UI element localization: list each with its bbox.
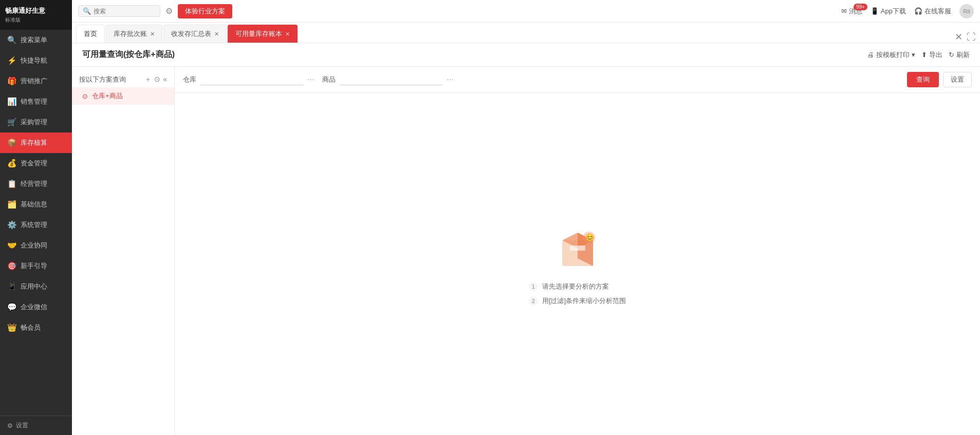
sidebar-item-wechat[interactable]: 💬 企业微信 — [0, 297, 72, 317]
tabs-bar: 首页库存批次账✕收发存汇总表✕可用量库存账本✕ ✕ ⛶ — [72, 23, 980, 43]
setting-btn[interactable]: 设置 — [943, 72, 972, 87]
page-actions: 🖨 按模板打印 ▾ ⬆ 导出 ↻ 刷新 — [867, 50, 970, 60]
refresh-btn[interactable]: ↻ 刷新 — [949, 50, 970, 60]
brand-version: 标准版 — [5, 16, 21, 24]
sidebar-item-inventory[interactable]: 📦 库存核算 — [0, 133, 72, 153]
search-input[interactable] — [94, 8, 145, 15]
left-panel-actions: ＋ ⊙ « — [144, 75, 167, 84]
add-scheme-btn[interactable]: ＋ — [144, 75, 152, 84]
sidebar-item-newbie[interactable]: 🎯 新手引导 — [0, 256, 72, 276]
tip-text-2: 用[过滤]条件来缩小分析范围 — [542, 296, 626, 306]
scheme-label: 仓库+商品 — [92, 91, 123, 101]
message-btn[interactable]: ✉ 消息 99+ — [841, 7, 862, 16]
warehouse-more-btn[interactable]: ··· — [307, 75, 314, 84]
tab-close-summary[interactable]: ✕ — [214, 31, 219, 37]
sidebar-label-inventory: 库存核算 — [21, 138, 47, 147]
export-icon: ⬆ — [921, 51, 927, 59]
scheme-settings-btn[interactable]: ⊙ — [154, 75, 160, 84]
topbar: 🔍 ⚙ 体验行业方案 ✉ 消息 99+ 📱 App下载 🎧 在线客服 Rit — [72, 0, 980, 23]
search-icon: 🔍 — [7, 35, 16, 45]
collapse-panel-btn[interactable]: « — [163, 75, 167, 84]
tip-num-1: 1 — [529, 282, 538, 291]
product-input[interactable] — [340, 74, 442, 85]
sidebar-item-member[interactable]: 👑 畅会员 — [0, 317, 72, 338]
settings-icon: ⚙ — [7, 422, 13, 429]
tip-text-1: 请先选择要分析的方案 — [542, 282, 609, 291]
wechat-icon: 💬 — [7, 302, 16, 312]
sidebar-scroll: 🔍 搜索菜单 ⚡ 快捷导航 🎁 营销推广 📊 销售管理 🛒 采购管理 📦 库存核… — [0, 30, 72, 415]
sidebar-item-enterprise[interactable]: 🤝 企业协同 — [0, 235, 72, 256]
tab-label-summary: 收发存汇总表 — [171, 29, 211, 39]
left-panel: 按以下方案查询 ＋ ⊙ « ⊙ 仓库+商品 — [72, 67, 175, 435]
query-btn[interactable]: 查询 — [907, 72, 939, 87]
sidebar-label-enterprise: 企业协同 — [21, 241, 47, 250]
service-label: 在线客服 — [924, 7, 951, 16]
empty-illustration: 😊 — [552, 222, 603, 274]
print-label: 按模板打印 — [876, 50, 910, 60]
sidebar-item-finance[interactable]: 💰 资金管理 — [0, 153, 72, 174]
brand-name: 畅康通好生意 — [5, 6, 45, 15]
filter-actions: 查询 设置 — [907, 72, 972, 87]
content-area: 按以下方案查询 ＋ ⊙ « ⊙ 仓库+商品 仓库 ··· — [72, 67, 980, 435]
tab-label-available: 可用量库存账本 — [235, 29, 282, 39]
refresh-label: 刷新 — [956, 50, 970, 60]
sidebar-item-search[interactable]: 🔍 搜索菜单 — [0, 30, 72, 50]
tab-label-batch: 库存批次账 — [114, 29, 147, 39]
empty-tips: 1 请先选择要分析的方案 2 用[过滤]条件来缩小分析范围 — [529, 282, 626, 306]
sidebar-item-sales[interactable]: 📊 销售管理 — [0, 91, 72, 112]
app-label: App下载 — [881, 7, 906, 16]
apps-icon: 📱 — [7, 282, 16, 291]
tab-batch[interactable]: 库存批次账✕ — [106, 25, 162, 43]
left-panel-title: 按以下方案查询 — [79, 75, 140, 84]
industry-btn[interactable]: 体验行业方案 — [178, 4, 232, 18]
operations-icon: 📋 — [7, 179, 16, 188]
sidebar-item-marketing[interactable]: 🎁 营销推广 — [0, 71, 72, 91]
tab-home[interactable]: 首页 — [76, 25, 105, 43]
product-label: 商品 — [322, 75, 336, 84]
sidebar-label-operations: 经营管理 — [21, 179, 47, 188]
search-icon: 🔍 — [83, 7, 91, 15]
sidebar-item-apps[interactable]: 📱 应用中心 — [0, 276, 72, 297]
print-btn[interactable]: 🖨 按模板打印 ▾ — [867, 50, 915, 60]
tab-summary[interactable]: 收发存汇总表✕ — [163, 25, 227, 43]
warehouse-label: 仓库 — [183, 75, 196, 84]
gear-icon[interactable]: ⚙ — [165, 6, 173, 16]
tab-label-home: 首页 — [84, 29, 97, 39]
basic-icon: 🗂️ — [7, 200, 16, 209]
user-avatar[interactable]: Rit — [959, 4, 974, 18]
sidebar-label-apps: 应用中心 — [21, 282, 47, 291]
svg-text:😊: 😊 — [585, 233, 595, 242]
sales-icon: 📊 — [7, 97, 16, 106]
member-icon: 👑 — [7, 323, 16, 332]
left-panel-items: ⊙ 仓库+商品 — [72, 87, 174, 105]
sidebar-label-member: 畅会员 — [21, 323, 41, 332]
sidebar-bottom: ⚙ 设置 — [0, 415, 72, 435]
sidebar-item-purchase[interactable]: 🛒 采购管理 — [0, 112, 72, 133]
sidebar-item-shortcut[interactable]: ⚡ 快捷导航 — [0, 50, 72, 71]
sidebar-item-operations[interactable]: 📋 经营管理 — [0, 174, 72, 194]
tab-available[interactable]: 可用量库存账本✕ — [228, 25, 298, 43]
sidebar-item-basic[interactable]: 🗂️ 基础信息 — [0, 194, 72, 215]
product-field: 商品 ··· — [322, 74, 453, 85]
tabs-right: ✕ ⛶ — [955, 31, 980, 43]
empty-state: 😊 1 请先选择要分析的方案 2 用[过滤]条件来缩小分析范围 — [175, 93, 980, 435]
main-area: 🔍 ⚙ 体验行业方案 ✉ 消息 99+ 📱 App下载 🎧 在线客服 Rit — [72, 0, 980, 435]
system-icon: ⚙️ — [7, 220, 16, 230]
product-more-btn[interactable]: ··· — [447, 75, 453, 84]
online-service-btn[interactable]: 🎧 在线客服 — [914, 7, 951, 16]
expand-tab-btn[interactable]: ⛶ — [967, 32, 976, 43]
sidebar-bottom-label: 设置 — [16, 421, 28, 430]
sidebar-label-newbie: 新手引导 — [21, 261, 47, 271]
tab-close-batch[interactable]: ✕ — [150, 31, 155, 37]
chevron-down-icon: ▾ — [912, 51, 915, 59]
app-download-btn[interactable]: 📱 App下载 — [871, 7, 906, 16]
left-panel-item[interactable]: ⊙ 仓库+商品 — [72, 87, 174, 105]
newbie-icon: 🎯 — [7, 261, 16, 271]
close-tab-btn[interactable]: ✕ — [955, 31, 963, 43]
topbar-search[interactable]: 🔍 — [78, 5, 160, 17]
sidebar-item-system[interactable]: ⚙️ 系统管理 — [0, 215, 72, 235]
filter-bar: 仓库 ··· 商品 ··· 查询 设置 — [175, 67, 980, 93]
warehouse-input[interactable] — [200, 74, 303, 85]
export-btn[interactable]: ⬆ 导出 — [921, 50, 942, 60]
tab-close-available[interactable]: ✕ — [285, 31, 290, 37]
